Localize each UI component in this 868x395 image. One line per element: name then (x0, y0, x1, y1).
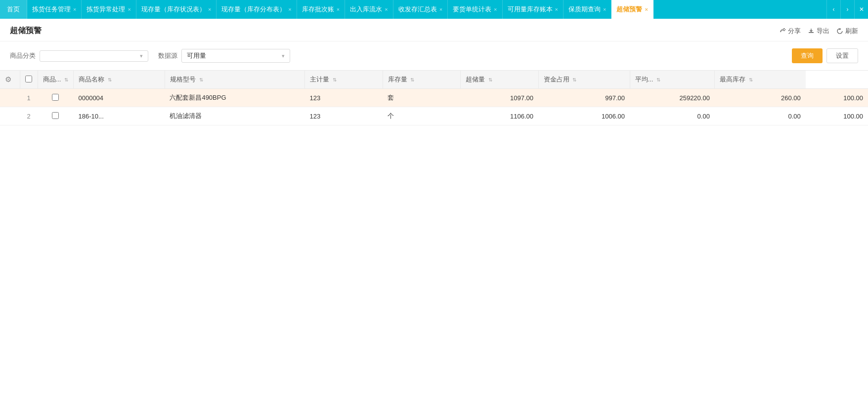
row-avg: 260.00 (715, 89, 806, 107)
nav-item-10[interactable]: 保质期查询 × (564, 0, 611, 19)
nav-prev-arrow[interactable]: ‹ (826, 0, 840, 19)
select-all-checkbox[interactable] (25, 76, 32, 82)
row-unit: 套 (383, 89, 461, 107)
row-max-stock: 100.00 (806, 107, 868, 125)
chevron-down-icon: ▾ (282, 53, 285, 59)
col-overstock[interactable]: 超储量 ⇅ (461, 71, 539, 89)
close-icon[interactable]: × (73, 6, 76, 12)
query-button[interactable]: 查询 (792, 48, 823, 63)
table-header-row: ⚙ 商品... ⇅ 商品名称 ⇅ 规格型号 ⇅ (0, 71, 868, 89)
category-label: 商品分类 (10, 51, 36, 60)
page-title: 超储预警 (10, 26, 42, 36)
col-max-stock[interactable]: 最高库存 ⇅ (715, 71, 806, 89)
filter-bar: 商品分类 ▾ 数据源 可用量 ▾ 查询 设置 (0, 41, 868, 70)
sort-icon: ⇅ (410, 77, 414, 82)
sort-icon: ⇅ (572, 77, 576, 82)
row-overstock: 997.00 (538, 89, 630, 107)
sort-icon: ⇅ (749, 77, 753, 82)
close-icon[interactable]: × (494, 6, 497, 12)
nav-item-4[interactable]: 现存量（库存分布表） × (217, 0, 297, 19)
row-stock: 1097.00 (461, 89, 539, 107)
chevron-down-icon: ▾ (140, 53, 143, 59)
nav-item-9[interactable]: 可用量库存账本 × (503, 0, 564, 19)
row-goods-code: 0000004 (73, 89, 165, 107)
nav-item-2[interactable]: 拣货异常处理 × (82, 0, 136, 19)
row-capital: 259220.00 (630, 89, 715, 107)
col-goods-code[interactable]: 商品... ⇅ (38, 71, 73, 89)
col-stock[interactable]: 库存量 ⇅ (383, 71, 461, 89)
nav-item-5[interactable]: 库存批次账 × (297, 0, 345, 19)
row-overstock: 1006.00 (538, 107, 630, 125)
gear-icon[interactable]: ⚙ (5, 75, 11, 83)
refresh-icon (836, 28, 843, 35)
nav-home[interactable]: 首页 (0, 0, 27, 19)
row-spec: 123 (305, 107, 383, 125)
row-checkbox[interactable] (52, 112, 59, 119)
filter-action-group: 查询 设置 (792, 48, 858, 63)
table-row: 1 0000004 六配套新昌490BPG 123 套 1097.00 997.… (0, 89, 868, 107)
row-checkbox[interactable] (52, 94, 59, 101)
sort-icon: ⇅ (656, 77, 660, 82)
nav-item-3[interactable]: 现存量（库存状况表） × (136, 0, 217, 19)
share-button[interactable]: 分享 (779, 27, 801, 36)
table-row: 2 186-10... 机油滤清器 123 个 1106.00 1006.00 … (0, 107, 868, 125)
sort-icon: ⇅ (64, 77, 68, 82)
nav-item-8[interactable]: 要货单统计表 × (448, 0, 502, 19)
data-table: ⚙ 商品... ⇅ 商品名称 ⇅ 规格型号 ⇅ (0, 70, 868, 125)
export-button[interactable]: 导出 (808, 27, 829, 36)
datasource-select[interactable]: 可用量 ▾ (181, 49, 290, 63)
row-avg: 0.00 (715, 107, 806, 125)
row-capital: 0.00 (630, 107, 715, 125)
close-icon[interactable]: × (603, 6, 606, 12)
nav-item-1[interactable]: 拣货任务管理 × (27, 0, 82, 19)
row-spec: 123 (305, 89, 383, 107)
category-select[interactable]: ▾ (40, 50, 148, 62)
nav-item-11-active[interactable]: 超储预警 × (611, 0, 653, 19)
share-icon (779, 28, 786, 35)
settings-button[interactable]: 设置 (826, 48, 858, 63)
nav-item-6[interactable]: 出入库流水 × (345, 0, 393, 19)
table-container: ⚙ 商品... ⇅ 商品名称 ⇅ 规格型号 ⇅ (0, 70, 868, 125)
row-checkbox-cell (38, 107, 73, 125)
datasource-label: 数据源 (158, 51, 177, 60)
col-avg[interactable]: 平均... ⇅ (630, 71, 715, 89)
row-gear-cell (0, 107, 20, 125)
row-goods-code: 186-10... (73, 107, 165, 125)
sort-icon: ⇅ (333, 77, 337, 82)
row-goods-name: 六配套新昌490BPG (165, 89, 304, 107)
nav-item-7[interactable]: 收发存汇总表 × (393, 0, 448, 19)
nav-next-arrow[interactable]: › (840, 0, 854, 19)
row-goods-name: 机油滤清器 (165, 107, 304, 125)
row-stock: 1106.00 (461, 107, 539, 125)
close-icon[interactable]: × (288, 6, 291, 12)
close-icon[interactable]: × (208, 6, 211, 12)
sort-icon: ⇅ (199, 77, 203, 82)
close-icon[interactable]: × (128, 6, 130, 12)
row-max-stock: 100.00 (806, 89, 868, 107)
close-icon[interactable]: × (439, 6, 442, 12)
sort-icon: ⇅ (488, 77, 492, 82)
header-actions: 分享 导出 刷新 (779, 27, 858, 36)
col-gear: ⚙ (0, 71, 20, 89)
col-spec[interactable]: 规格型号 ⇅ (165, 71, 304, 89)
close-icon[interactable]: × (337, 6, 340, 12)
col-checkbox-header (20, 71, 38, 89)
page-content: 超储预警 分享 导出 刷新 (0, 19, 868, 395)
row-gear-cell (0, 89, 20, 107)
nav-arrow-group: ‹ › ✕ (826, 0, 868, 19)
svg-rect-0 (809, 32, 814, 33)
col-capital[interactable]: 资金占用 ⇅ (538, 71, 630, 89)
col-goods-name[interactable]: 商品名称 ⇅ (73, 71, 165, 89)
row-num-cell: 2 (20, 107, 38, 125)
datasource-filter-group: 数据源 可用量 ▾ (158, 49, 290, 63)
refresh-button[interactable]: 刷新 (836, 27, 858, 36)
top-nav: 首页 拣货任务管理 × 拣货异常处理 × 现存量（库存状况表） × 现存量（库存… (0, 0, 868, 19)
row-num-cell: 1 (20, 89, 38, 107)
close-icon[interactable]: × (645, 6, 648, 12)
row-unit: 个 (383, 107, 461, 125)
nav-close-all[interactable]: ✕ (854, 0, 868, 19)
close-icon[interactable]: × (555, 6, 558, 12)
page-header: 超储预警 分享 导出 刷新 (0, 19, 868, 41)
close-icon[interactable]: × (385, 6, 388, 12)
col-unit[interactable]: 主计量 ⇅ (305, 71, 383, 89)
